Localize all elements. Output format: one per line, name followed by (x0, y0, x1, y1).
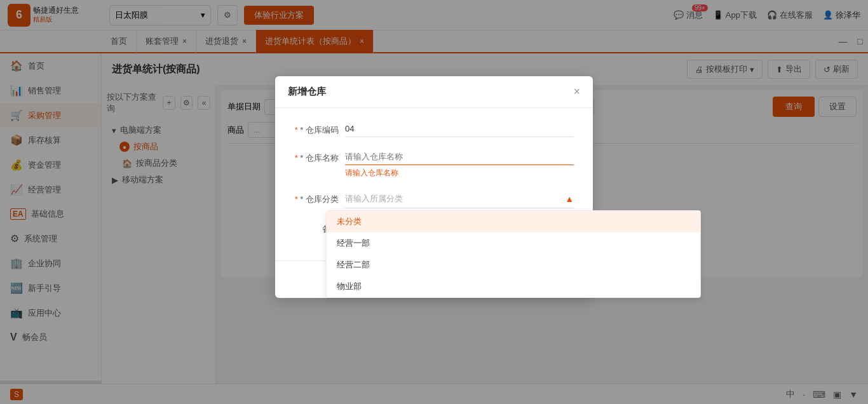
form-row-category: * * 仓库分类 请输入所属分类 ▲ 未分类 经营一部 经营二部 物业部 (294, 190, 574, 208)
dropdown-item-2[interactable]: 经营二部 (327, 254, 700, 276)
category-label: * * 仓库分类 (294, 190, 345, 205)
name-input[interactable] (345, 149, 574, 165)
code-field (345, 121, 574, 137)
code-input[interactable] (345, 121, 574, 137)
modal-overlay[interactable]: 新增仓库 × * * 仓库编码 * * 仓库名称 请输入仓库名称 (0, 0, 868, 404)
name-label: * * 仓库名称 (294, 149, 345, 164)
new-warehouse-modal: 新增仓库 × * * 仓库编码 * * 仓库名称 请输入仓库名称 (275, 76, 593, 298)
category-placeholder: 请输入所属分类 (345, 193, 403, 205)
name-error-msg: 请输入仓库名称 (345, 168, 574, 178)
name-field: 请输入仓库名称 (345, 149, 574, 178)
category-dropdown-list: 未分类 经营一部 经营二部 物业部 (326, 210, 701, 298)
dropdown-arrow-icon: ▲ (565, 194, 574, 204)
dropdown-item-0[interactable]: 未分类 (327, 211, 700, 232)
dropdown-item-3[interactable]: 物业部 (327, 276, 700, 297)
modal-header: 新增仓库 × (275, 76, 593, 108)
modal-body: * * 仓库编码 * * 仓库名称 请输入仓库名称 * * 仓库分类 (275, 108, 593, 260)
form-row-name: * * 仓库名称 请输入仓库名称 (294, 149, 574, 178)
category-input[interactable]: 请输入所属分类 ▲ (345, 190, 574, 208)
code-label: * * 仓库编码 (294, 121, 345, 136)
modal-title: 新增仓库 (288, 86, 326, 98)
modal-close-button[interactable]: × (573, 85, 580, 98)
form-row-code: * * 仓库编码 (294, 121, 574, 137)
category-field: 请输入所属分类 ▲ 未分类 经营一部 经营二部 物业部 (345, 190, 574, 208)
dropdown-item-1[interactable]: 经营一部 (327, 232, 700, 254)
